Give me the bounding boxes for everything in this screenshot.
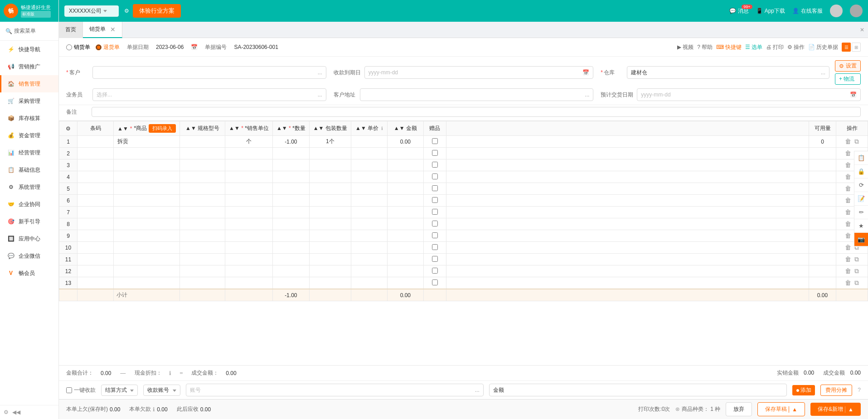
row-pkg-qty-6[interactable] — [309, 207, 351, 218]
settings-col-icon[interactable]: ⚙ — [66, 125, 71, 132]
row-qty-12[interactable] — [272, 277, 309, 289]
user-avatar-2[interactable] — [850, 5, 863, 17]
row-gift-4[interactable] — [423, 183, 446, 195]
row-amount-10[interactable] — [387, 254, 423, 265]
action-video[interactable]: ▶ 视频 — [677, 43, 693, 51]
action-operations[interactable]: ⚙ 操作 — [787, 43, 805, 51]
tab-sales-bill-close-icon[interactable]: ✕ — [110, 26, 116, 33]
rp-icon-3[interactable]: 📝 — [854, 192, 868, 206]
row-price-8[interactable] — [351, 230, 387, 242]
row-pkg-qty-10[interactable] — [309, 254, 351, 265]
delete-icon-3[interactable]: 🗑 — [845, 173, 851, 180]
customer-input[interactable]: ... — [92, 66, 326, 79]
row-amount-3[interactable] — [387, 171, 423, 183]
settings-bottom-icon[interactable]: ⚙ — [4, 409, 9, 415]
row-qty-3[interactable] — [272, 171, 309, 183]
view-grid-btn[interactable]: ⊞ — [852, 43, 861, 52]
rp-icon-4[interactable]: ✏ — [854, 206, 868, 219]
row-unit-0[interactable]: 个 — [225, 136, 273, 148]
row-amount-12[interactable] — [387, 277, 423, 289]
row-unit-8[interactable] — [225, 230, 273, 242]
row-amount-7[interactable] — [387, 218, 423, 230]
price-info-icon[interactable]: ℹ — [381, 126, 383, 131]
row-amount-4[interactable] — [387, 183, 423, 195]
sidebar-item-member[interactable]: V 畅会员 — [0, 265, 58, 282]
save-draft-dropdown-icon[interactable]: ▲ — [789, 406, 797, 413]
row-pkg-qty-8[interactable] — [309, 230, 351, 242]
sidebar-item-purchase[interactable]: 🛒 采购管理 — [0, 92, 58, 110]
row-price-12[interactable] — [351, 277, 387, 289]
sidebar-item-operations[interactable]: 📊 经营管理 — [0, 144, 58, 161]
action-print[interactable]: 🖨 打印 — [766, 43, 784, 51]
tab-close-all[interactable]: ✕ — [860, 27, 868, 33]
sidebar-item-basic-info[interactable]: 📋 基础信息 — [0, 161, 58, 178]
delete-icon-10[interactable]: 🗑 — [845, 255, 851, 263]
delete-icon-1[interactable]: 🗑 — [845, 149, 851, 157]
row-product-3[interactable] — [114, 171, 180, 183]
scan-btn[interactable]: 扫码录入 — [149, 124, 176, 133]
row-qty-7[interactable] — [272, 218, 309, 230]
discount-info-icon[interactable]: ℹ — [169, 370, 171, 376]
row-barcode-4[interactable] — [78, 183, 114, 195]
row-amount-1[interactable] — [387, 148, 423, 159]
row-spec-1[interactable] — [180, 148, 225, 159]
row-amount-5[interactable] — [387, 195, 423, 207]
row-qty-9[interactable] — [272, 242, 309, 254]
sidebar-item-sales[interactable]: 🏠 销售管理 — [0, 75, 58, 92]
copy-icon-10[interactable]: ⧉ — [854, 255, 859, 263]
row-barcode-7[interactable] — [78, 218, 114, 230]
row-unit-4[interactable] — [225, 183, 273, 195]
row-price-10[interactable] — [351, 254, 387, 265]
collection-date-input[interactable]: yyyy-mm-dd 📅 — [364, 66, 594, 79]
row-gift-0[interactable] — [423, 136, 446, 148]
sidebar-item-guide[interactable]: 🎯 新手引导 — [0, 213, 58, 230]
row-pkg-qty-9[interactable] — [309, 242, 351, 254]
row-price-1[interactable] — [351, 148, 387, 159]
row-barcode-5[interactable] — [78, 195, 114, 207]
row-gift-2[interactable] — [423, 159, 446, 171]
row-gift-12[interactable] — [423, 277, 446, 289]
row-pkg-qty-12[interactable] — [309, 277, 351, 289]
salesperson-input[interactable]: 选择... ... — [92, 88, 326, 101]
row-qty-6[interactable] — [272, 207, 309, 218]
row-pkg-qty-2[interactable] — [309, 159, 351, 171]
row-barcode-12[interactable] — [78, 277, 114, 289]
row-qty-4[interactable] — [272, 183, 309, 195]
row-spec-7[interactable] — [180, 218, 225, 230]
row-barcode-1[interactable] — [78, 148, 114, 159]
action-select[interactable]: ☰ 选单 — [745, 43, 762, 51]
user-avatar[interactable] — [830, 5, 843, 17]
row-unit-7[interactable] — [225, 218, 273, 230]
topbar-gear-icon[interactable]: ⚙ — [124, 8, 129, 14]
radio-return-input[interactable] — [96, 44, 102, 50]
row-unit-1[interactable] — [225, 148, 273, 159]
row-spec-8[interactable] — [180, 230, 225, 242]
row-price-0[interactable] — [351, 136, 387, 148]
one-click-payment-checkbox[interactable]: 一键收款 — [66, 386, 96, 394]
messages-btn[interactable]: 💬 消息 99+ — [729, 7, 749, 15]
delete-icon-2[interactable]: 🗑 — [845, 161, 851, 169]
action-shortcuts[interactable]: ⌨ 快捷键 — [716, 43, 742, 51]
rp-icon-1[interactable]: 🔒 — [854, 165, 868, 178]
delete-icon-5[interactable]: 🗑 — [845, 197, 851, 204]
expense-btn[interactable]: 费用分摊 — [820, 385, 852, 396]
row-gift-6[interactable] — [423, 207, 446, 218]
add-btn[interactable]: ● 添加 — [792, 385, 815, 395]
row-spec-10[interactable] — [180, 254, 225, 265]
row-product-7[interactable] — [114, 218, 180, 230]
search-menu-btn[interactable]: 🔍 搜索菜单 — [4, 25, 55, 37]
row-spec-3[interactable] — [180, 171, 225, 183]
sidebar-item-finance[interactable]: 💰 资金管理 — [0, 127, 58, 144]
calendar-icon[interactable]: 📅 — [191, 44, 198, 50]
tab-home[interactable]: 首页 — [59, 22, 83, 38]
view-list-btn[interactable]: ☰ — [842, 43, 851, 52]
row-qty-8[interactable] — [272, 230, 309, 242]
row-unit-11[interactable] — [225, 265, 273, 277]
action-help[interactable]: ? 帮助 — [697, 43, 713, 51]
row-product-4[interactable] — [114, 183, 180, 195]
row-product-9[interactable] — [114, 242, 180, 254]
row-gift-3[interactable] — [423, 171, 446, 183]
th-settings[interactable]: ⚙ — [59, 121, 78, 136]
rp-icon-2[interactable]: ⟳ — [854, 178, 868, 192]
radio-sales[interactable]: 销货单 — [66, 43, 90, 51]
